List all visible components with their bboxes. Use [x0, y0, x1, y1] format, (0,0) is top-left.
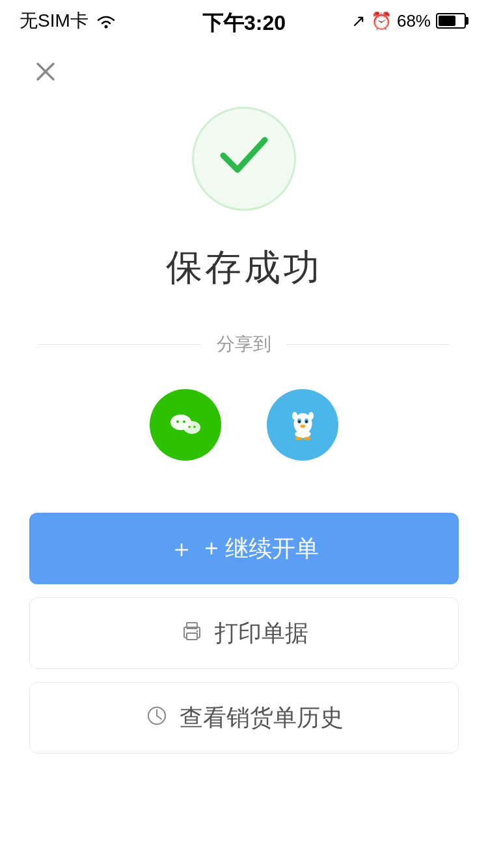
share-icons: [150, 389, 338, 461]
status-time: 下午3:20: [202, 9, 286, 38]
battery-percent: 68%: [397, 11, 431, 31]
close-button[interactable]: [26, 52, 65, 91]
svg-point-8: [193, 426, 195, 427]
svg-point-13: [305, 420, 308, 423]
svg-point-4: [183, 421, 200, 434]
svg-point-12: [298, 420, 301, 423]
svg-point-5: [176, 420, 179, 423]
continue-order-button[interactable]: ＋ + 继续开单: [29, 513, 459, 584]
status-right: ↗ ⏰ 68%: [351, 11, 468, 31]
svg-line-26: [157, 716, 161, 719]
printer-icon: [180, 619, 204, 647]
status-carrier: 无SIM卡: [20, 8, 117, 33]
history-button[interactable]: 查看销货单历史: [29, 682, 459, 753]
action-buttons: ＋ + 继续开单 打印单据 查看销货单: [29, 513, 459, 753]
battery-icon: [436, 13, 468, 29]
svg-point-15: [292, 412, 297, 420]
divider-line-right: [287, 344, 449, 345]
continue-order-label: + 继续开单: [204, 533, 318, 565]
share-label: 分享到: [201, 332, 287, 357]
qq-share-button[interactable]: [267, 389, 338, 461]
alarm-icon: ⏰: [371, 11, 392, 31]
plus-icon: ＋: [169, 536, 194, 561]
svg-point-16: [308, 412, 314, 420]
svg-point-23: [197, 631, 198, 632]
share-divider: 分享到: [0, 332, 488, 357]
status-bar: 无SIM卡 下午3:20 ↗ ⏰ 68%: [0, 0, 488, 42]
wifi-icon: [95, 12, 117, 29]
svg-point-0: [104, 25, 107, 29]
svg-point-6: [183, 420, 185, 423]
svg-point-19: [304, 437, 310, 440]
success-circle: [192, 107, 296, 211]
history-label: 查看销货单历史: [180, 702, 344, 734]
print-button[interactable]: 打印单据: [29, 597, 459, 669]
divider-line-left: [39, 344, 201, 345]
check-icon: [218, 132, 270, 186]
clock-icon: [144, 703, 169, 732]
success-title: 保存成功: [166, 243, 322, 293]
svg-point-7: [188, 426, 190, 427]
wechat-share-button[interactable]: [150, 389, 221, 461]
svg-point-17: [295, 430, 310, 438]
carrier-text: 无SIM卡: [20, 8, 88, 33]
svg-rect-21: [187, 633, 197, 640]
svg-point-14: [300, 424, 305, 427]
location-icon: ↗: [351, 11, 366, 31]
main-content: 保存成功 分享到: [0, 42, 488, 753]
svg-point-18: [295, 437, 302, 440]
print-label: 打印单据: [215, 617, 308, 649]
